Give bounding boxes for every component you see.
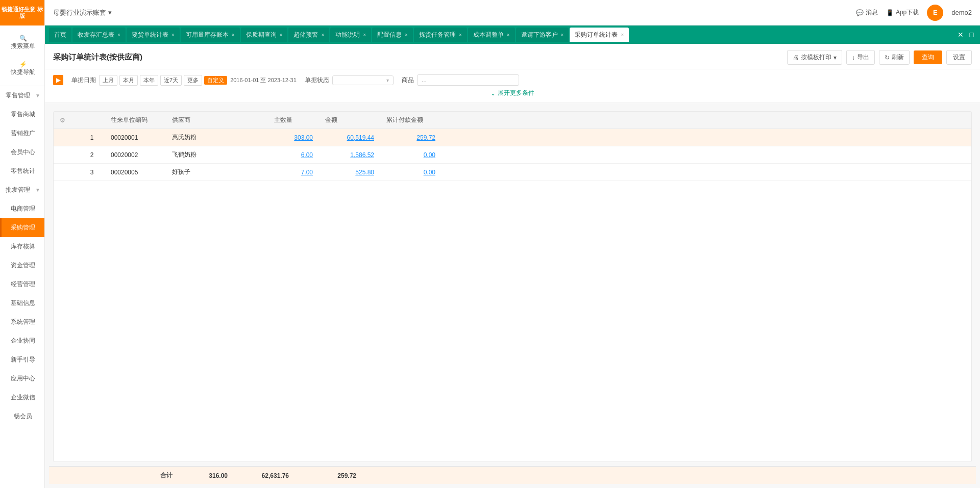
tab-close-overstock-warning[interactable]: × [321,32,324,38]
shortcut-icon: ⚡ [19,61,27,68]
date-this-month-btn[interactable]: 本月 [119,75,138,86]
tab-receive-pay[interactable]: 收发存汇总表× [72,28,126,42]
message-button[interactable]: 💬 消息 [856,8,878,17]
sidebar-item-operations[interactable]: 经营管理 [0,275,44,294]
row-amount-link[interactable]: 525.80 [355,169,374,176]
tab-list: 首页收发存汇总表×要货单统计表×可用量库存账本×保质期查询×超储预警×功能说明×… [49,28,629,42]
export-button[interactable]: ↓ 导出 [846,50,875,65]
row-qty-link[interactable]: 303.00 [294,134,313,141]
sidebar-item-purchase[interactable]: 采购管理 [0,218,44,237]
date-this-year-btn[interactable]: 本年 [140,75,158,86]
row-amount-link[interactable]: 1,586.52 [350,151,374,159]
tab-label-config-info: 配置信息 [377,31,402,39]
tab-close-invite-downstream[interactable]: × [561,32,564,38]
sidebar-item-new-guide[interactable]: 新手引导 [0,350,44,369]
tab-close-func-desc[interactable]: × [363,32,366,38]
sidebar-item-base-info[interactable]: 基础信息 [0,294,44,313]
row-paid-link[interactable]: 259.72 [416,134,435,141]
row-qty-link[interactable]: 6.00 [301,151,313,159]
search-icon: 🔍 [19,35,27,42]
sidebar-item-label-wholesale: 批发管理 [6,186,30,194]
table-row[interactable]: 1 00020001 惠氏奶粉 303.00 60,519.44 259.72 [54,129,971,146]
th-amount: 金额 [319,112,380,129]
tab-close-inventory-ledger[interactable]: × [232,32,235,38]
sidebar-item-label-retail: 零售管理 [6,91,30,100]
tab-close-expiry-query[interactable]: × [280,32,283,38]
template-print-button[interactable]: 🖨 按模板打印 ▾ [787,50,842,65]
tab-label-expiry-query: 保质期查询 [246,31,277,39]
tab-home[interactable]: 首页 [49,28,71,42]
th-code: 往来单位编码 [105,112,166,129]
sidebar: 畅捷通好生意 标版 🔍 搜索菜单 ⚡ 快捷导航 零售管理▼零售商城营销推广会员中… [0,0,45,488]
goods-input[interactable]: ... [417,74,519,86]
sidebar-item-member-vip[interactable]: 畅会员 [0,407,44,426]
table-row[interactable]: 3 00020005 好孩子 7.00 525.80 0.00 [54,164,971,181]
row-amount-cell: 60,519.44 [319,129,380,146]
footer-total-paid: 259.72 [295,472,356,479]
download-label: App下载 [896,8,919,17]
sidebar-item-label-enterprise-wechat: 企业微信 [11,393,35,402]
workspace-name: 母婴行业演示账套 [53,8,106,17]
sidebar-item-enterprise-collab[interactable]: 企业协同 [0,331,44,350]
row-paid-link[interactable]: 0.00 [424,151,435,159]
app-download-button[interactable]: 📱 App下载 [886,8,919,17]
sidebar-item-retail-stats[interactable]: 零售统计 [0,162,44,181]
tab-config-info[interactable]: 配置信息× [372,28,413,42]
tab-purchase-stats[interactable]: 采购订单统计表× [570,28,629,42]
row-amount-link[interactable]: 60,519.44 [347,134,374,141]
workspace-dropdown-icon: ▾ [108,9,112,16]
sidebar-item-enterprise-wechat[interactable]: 企业微信 [0,388,44,407]
tab-close-pickup-task[interactable]: × [459,32,462,38]
refresh-icon: ↻ [885,54,890,61]
tab-maximize-button[interactable]: □ [968,30,976,40]
sidebar-item-search[interactable]: 🔍 搜索菜单 [3,30,41,56]
tab-func-desc[interactable]: 功能说明× [330,28,371,42]
refresh-button[interactable]: ↻ 刷新 [879,50,910,65]
tab-close-receive-pay[interactable]: × [117,32,120,38]
tab-label-inventory-ledger: 可用量库存账本 [186,31,229,39]
filter-date-item: 单据日期 上月 本月 本年 近7天 更多 自定义 2016-01-01 至 20… [71,75,297,86]
tab-invite-downstream[interactable]: 邀请下游客户× [516,28,569,42]
date-filter-label: 单据日期 [71,76,96,85]
tab-expiry-query[interactable]: 保质期查询× [241,28,288,42]
tab-inventory-ledger[interactable]: 可用量库存账本× [181,28,240,42]
tab-overstock-warning[interactable]: 超储预警× [288,28,329,42]
sidebar-item-member[interactable]: 会员中心 [0,143,44,162]
sidebar-item-marketing[interactable]: 营销推广 [0,124,44,143]
expand-more-conditions-btn[interactable]: ⌄ 展开更多条件 [53,89,972,97]
tab-pickup-task[interactable]: 拣货任务管理× [414,28,467,42]
table-row[interactable]: 2 00020002 飞鹤奶粉 6.00 1,586.52 0.00 [54,146,971,164]
sidebar-item-retail-mall[interactable]: 零售商城 [0,105,44,124]
settings-button[interactable]: 设置 [946,50,972,65]
date-last-month-btn[interactable]: 上月 [99,75,117,86]
row-qty-link[interactable]: 7.00 [301,169,313,176]
query-button[interactable]: 查询 [914,50,942,64]
sidebar-item-inventory[interactable]: 库存核算 [0,237,44,256]
user-avatar[interactable]: E [927,5,943,21]
sidebar-item-shortcut[interactable]: ⚡ 快捷导航 [3,56,41,82]
sidebar-item-ecommerce[interactable]: 电商管理 [0,199,44,218]
row-paid-link[interactable]: 0.00 [424,169,435,176]
workspace-selector[interactable]: 母婴行业演示账套 ▾ [53,8,112,17]
table-container: ⚙ 往来单位编码 供应商 主数量 金额 累计付款金额 1 [53,111,972,462]
sidebar-shortcut-label: 快捷导航 [11,68,35,76]
date-more-btn[interactable]: 更多 [184,75,202,86]
column-settings-icon[interactable]: ⚙ [60,117,65,124]
row-code-cell: 00020005 [105,164,166,181]
tab-goods-stats[interactable]: 要货单统计表× [127,28,180,42]
tab-close-cost-adjust[interactable]: × [507,32,510,38]
filter-expand-arrow[interactable]: ▶ [53,75,63,85]
sidebar-item-finance[interactable]: 资金管理 [0,256,44,275]
tab-close-all-button[interactable]: ✕ [955,30,966,40]
sidebar-item-label-base-info: 基础信息 [11,299,35,307]
sidebar-item-wholesale[interactable]: 批发管理▼ [0,181,44,199]
tab-close-config-info[interactable]: × [405,32,408,38]
date-7days-btn[interactable]: 近7天 [160,75,182,86]
sidebar-item-retail[interactable]: 零售管理▼ [0,86,44,105]
tab-cost-adjust[interactable]: 成本调整单× [468,28,515,42]
sidebar-item-sys-manage[interactable]: 系统管理 [0,313,44,331]
sidebar-item-app-center[interactable]: 应用中心 [0,369,44,388]
tab-close-goods-stats[interactable]: × [172,32,175,38]
tab-close-purchase-stats[interactable]: × [621,32,624,38]
status-select[interactable]: ▾ [332,75,394,85]
